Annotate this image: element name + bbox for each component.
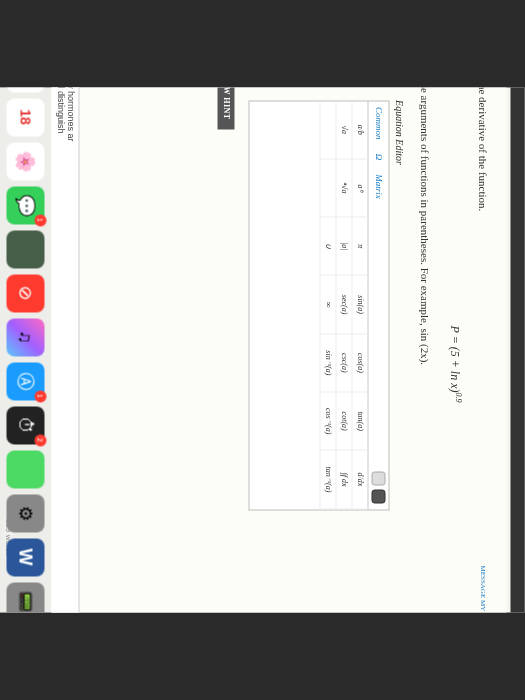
macos-dock: 🧭 18 🌸 💬1 ⊘ ♫ Ⓐ1 ⏱2 ⚙ W 📟 📄 🗑 bbox=[0, 88, 52, 613]
tool-cot[interactable]: cot(a) bbox=[336, 393, 352, 451]
instruction-1: Find the derivative of the function. bbox=[477, 88, 489, 613]
show-hint-button[interactable]: SHOW HINT bbox=[218, 88, 235, 130]
messages-icon[interactable]: 💬1 bbox=[7, 186, 45, 224]
app-icon[interactable]: ⊘ bbox=[7, 274, 45, 312]
window-topbar: Assignment bbox=[511, 88, 525, 613]
tool-abs[interactable]: |a| bbox=[336, 218, 352, 276]
tool-atan[interactable]: tan⁻¹(a) bbox=[320, 451, 336, 509]
instruction-2: Enclose arguments of functions in parent… bbox=[419, 88, 431, 613]
editor-undo-icon[interactable] bbox=[372, 471, 386, 485]
tool-inf[interactable]: ∞ bbox=[320, 276, 336, 334]
editor-label: Equation Editor bbox=[394, 100, 405, 510]
bg-text-2: mellitus, and distinguish bbox=[56, 88, 66, 142]
problem-equation: P = (5 + ln x)0.9 bbox=[447, 88, 463, 613]
app-icon[interactable] bbox=[7, 230, 45, 268]
app-icon[interactable]: ⚙ bbox=[7, 494, 45, 532]
bg-text-1: Discuss how hormones ar bbox=[66, 88, 76, 142]
tab-omega[interactable]: Ω bbox=[374, 154, 384, 161]
app-icon[interactable]: 📟 bbox=[7, 582, 45, 613]
calendar-icon[interactable]: 18 bbox=[7, 98, 45, 136]
editor-input-area[interactable] bbox=[250, 101, 320, 509]
tool-tan[interactable]: tan(a) bbox=[352, 393, 368, 451]
tool-integral[interactable]: ∫f dx bbox=[336, 451, 352, 509]
tool-sec[interactable]: sec(a) bbox=[336, 276, 352, 334]
tool-sin[interactable]: sin(a) bbox=[352, 276, 368, 334]
tool-blank[interactable] bbox=[320, 159, 336, 217]
tab-common[interactable]: Common bbox=[374, 107, 384, 140]
header-links[interactable]: MESSAGE MY INSTRUCTOR FULL SCR bbox=[479, 566, 487, 613]
itunes-icon[interactable]: ♫ bbox=[7, 318, 45, 356]
tool-blank[interactable] bbox=[320, 101, 336, 159]
safari-icon[interactable]: 🧭 bbox=[7, 88, 45, 93]
clock-icon[interactable]: ⏱2 bbox=[7, 406, 45, 444]
tool-acos[interactable]: cos⁻¹(a) bbox=[320, 393, 336, 451]
tool-ddx[interactable]: d/dx bbox=[352, 451, 368, 509]
tool-union[interactable]: ∪ bbox=[320, 218, 336, 276]
appstore-icon[interactable]: Ⓐ1 bbox=[7, 362, 45, 400]
word-icon[interactable]: W bbox=[7, 538, 45, 576]
tool-pi[interactable]: π bbox=[352, 218, 368, 276]
background-window-strip: Discuss how hormones ar mellitus, and di… bbox=[52, 88, 80, 613]
equation-editor[interactable]: Common Ω Matrix a/b aᵇ π sin(a) cos(a) bbox=[249, 100, 390, 510]
badge-icon: 1 bbox=[35, 214, 47, 226]
tool-frac[interactable]: a/b bbox=[352, 101, 368, 159]
editor-tabs: Common Ω Matrix bbox=[368, 101, 389, 509]
tool-asin[interactable]: sin⁻¹(a) bbox=[320, 334, 336, 392]
tool-cos[interactable]: cos(a) bbox=[352, 334, 368, 392]
tool-csc[interactable]: csc(a) bbox=[336, 334, 352, 392]
editor-toolbar: a/b aᵇ π sin(a) cos(a) tan(a) d/dx √a ⁿ√… bbox=[320, 101, 368, 509]
tool-nroot[interactable]: ⁿ√a bbox=[336, 159, 352, 217]
problem-content: MESSAGE MY INSTRUCTOR FULL SCR Find the … bbox=[52, 88, 507, 613]
app-icon[interactable] bbox=[7, 450, 45, 488]
tool-power[interactable]: aᵇ bbox=[352, 159, 368, 217]
tab-matrix[interactable]: Matrix bbox=[374, 174, 384, 199]
editor-help-icon[interactable] bbox=[372, 489, 386, 503]
tool-sqrt[interactable]: √a bbox=[336, 101, 352, 159]
badge-icon: 1 bbox=[35, 390, 47, 402]
photos-icon[interactable]: 🌸 bbox=[7, 142, 45, 180]
badge-icon: 2 bbox=[35, 434, 47, 446]
answer-row: dP dx = Equation Editor Common Ω Matrix bbox=[249, 88, 405, 613]
